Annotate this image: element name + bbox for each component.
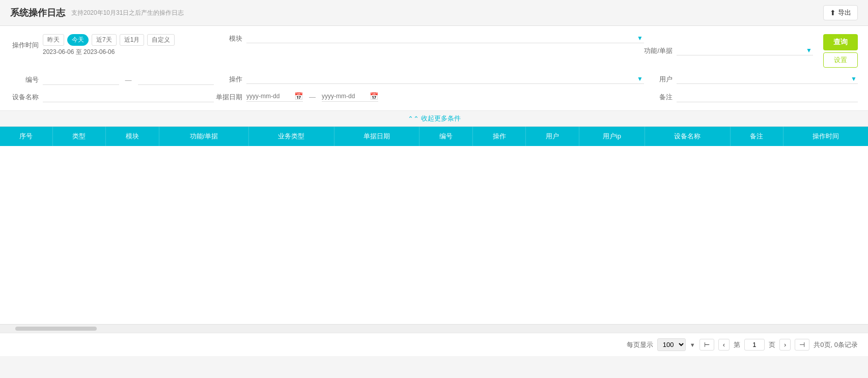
- voucher-date-label: 单据日期: [214, 93, 242, 102]
- module-label: 模块: [214, 34, 242, 43]
- calendar-to-icon[interactable]: 📅: [370, 92, 378, 100]
- col-user-ip: 用户ip: [579, 127, 645, 146]
- col-operation: 操作: [472, 127, 525, 146]
- time-range-display: 2023-06-06 至 2023-06-06: [43, 48, 214, 56]
- time-custom[interactable]: 自定义: [147, 34, 175, 46]
- filter-operation: 操作 ▼: [214, 75, 644, 84]
- table-header: 序号 类型 模块 功能/单据 业务类型 单据日期 编号 操作 用户 用户ip 设…: [0, 127, 868, 146]
- page-label: 第: [734, 340, 740, 350]
- time-label: 操作时间: [10, 41, 39, 50]
- function-select-wrapper: ▼: [677, 46, 813, 55]
- col-voucher-date: 单据日期: [334, 127, 419, 146]
- filter-row-1: 操作时间 昨天 今天 近7天 近1月 自定义 2023-06-06 至 2023…: [10, 34, 858, 68]
- filter-time: 操作时间 昨天 今天 近7天 近1月 自定义 2023-06-06 至 2023…: [10, 34, 214, 56]
- time-yesterday[interactable]: 昨天: [43, 34, 64, 46]
- table-container: 序号 类型 模块 功能/单据 业务类型 单据日期 编号 操作 用户 用户ip 设…: [0, 127, 868, 324]
- page-last-btn[interactable]: ⊣: [795, 339, 809, 351]
- scroll-area: [0, 324, 868, 333]
- date-from-input[interactable]: [246, 93, 292, 100]
- date-from-wrapper: 📅: [246, 92, 303, 102]
- function-label: 功能/单据: [644, 46, 673, 55]
- pagination: 每页显示 100 50 200 ▼ ⊢ ‹ 第 页 › ⊣ 共0页, 0条记录: [0, 333, 868, 356]
- number-label: 编号: [10, 75, 39, 84]
- per-page-dropdown-icon: ▼: [690, 342, 695, 348]
- operation-select[interactable]: [246, 75, 644, 82]
- user-select[interactable]: [677, 75, 858, 82]
- page-header: 系统操作日志 支持2020年10月31日之后产生的操作日志 ⬆ 导出: [0, 0, 868, 26]
- header-row: 序号 类型 模块 功能/单据 业务类型 单据日期 编号 操作 用户 用户ip 设…: [0, 127, 868, 146]
- filter-row-3: 设备名称 单据日期 📅 — 📅 备注: [10, 92, 858, 102]
- action-buttons: 查询 设置: [823, 34, 858, 68]
- user-label: 用户: [644, 75, 673, 84]
- per-page-label: 每页显示: [627, 340, 653, 350]
- remark-label: 备注: [644, 93, 673, 102]
- collapse-label: 收起更多条件: [421, 114, 461, 123]
- function-select[interactable]: [677, 46, 813, 54]
- filter-remark: 备注: [644, 92, 858, 102]
- empty-area: [0, 146, 868, 324]
- filter-device: 设备名称: [10, 92, 214, 102]
- number-to-input[interactable]: [138, 75, 214, 85]
- device-input[interactable]: [43, 92, 214, 102]
- date-to-wrapper: 📅: [322, 92, 378, 102]
- calendar-from-icon[interactable]: 📅: [294, 92, 303, 100]
- scroll-thumb[interactable]: [15, 327, 97, 331]
- col-device: 设备名称: [645, 127, 730, 146]
- module-select[interactable]: [246, 34, 644, 42]
- time-today[interactable]: 今天: [67, 34, 89, 46]
- col-op-time: 操作时间: [783, 127, 868, 146]
- operation-select-wrapper: ▼: [246, 75, 644, 84]
- page-subtitle: 支持2020年10月31日之后产生的操作日志: [71, 9, 184, 17]
- total-info: 共0页, 0条记录: [814, 340, 858, 350]
- time-selector: 昨天 今天 近7天 近1月 自定义: [43, 34, 214, 46]
- export-button[interactable]: ⬆ 导出: [823, 5, 858, 20]
- time-1month[interactable]: 近1月: [120, 34, 145, 46]
- col-user: 用户: [526, 127, 579, 146]
- filter-row-2: 编号 — 操作 ▼ 用户: [10, 75, 858, 85]
- col-remark: 备注: [730, 127, 783, 146]
- col-function: 功能/单据: [159, 127, 248, 146]
- page-prev-btn[interactable]: ‹: [718, 339, 730, 351]
- page-first-btn[interactable]: ⊢: [699, 339, 714, 351]
- remark-input[interactable]: [677, 92, 858, 102]
- number-from-input[interactable]: [43, 75, 119, 85]
- module-select-wrapper: ▼: [246, 34, 644, 43]
- time-7days[interactable]: 近7天: [92, 34, 117, 46]
- page-next-btn[interactable]: ›: [779, 339, 791, 351]
- page-title: 系统操作日志: [10, 7, 65, 19]
- settings-button[interactable]: 设置: [823, 52, 858, 68]
- operation-label: 操作: [214, 75, 242, 84]
- col-number: 编号: [419, 127, 472, 146]
- filter-number: 编号 —: [10, 75, 214, 85]
- export-icon: ⬆: [830, 9, 836, 17]
- query-button[interactable]: 查询: [823, 34, 858, 50]
- date-to-input[interactable]: [322, 93, 368, 100]
- filter-area: 操作时间 昨天 今天 近7天 近1月 自定义 2023-06-06 至 2023…: [0, 26, 868, 111]
- filter-module: 模块 ▼: [214, 34, 644, 43]
- page-number-input[interactable]: [744, 339, 765, 351]
- data-table: 序号 类型 模块 功能/单据 业务类型 单据日期 编号 操作 用户 用户ip 设…: [0, 127, 868, 146]
- filter-function: 功能/单据 ▼ 查询 设置: [644, 34, 858, 68]
- collapse-bar[interactable]: ⌃⌃ 收起更多条件: [0, 111, 868, 127]
- col-module: 模块: [106, 127, 159, 146]
- user-select-wrapper: ▼: [677, 75, 858, 84]
- col-type: 类型: [52, 127, 105, 146]
- per-page-select[interactable]: 100 50 200: [657, 338, 686, 351]
- filter-voucher-date: 单据日期 📅 — 📅: [214, 92, 644, 102]
- col-biz-type: 业务类型: [249, 127, 334, 146]
- col-seq: 序号: [0, 127, 52, 146]
- filter-user: 用户 ▼: [644, 75, 858, 84]
- device-label: 设备名称: [10, 93, 39, 102]
- collapse-up-icon: ⌃⌃: [408, 115, 419, 123]
- page-unit: 页: [769, 340, 775, 350]
